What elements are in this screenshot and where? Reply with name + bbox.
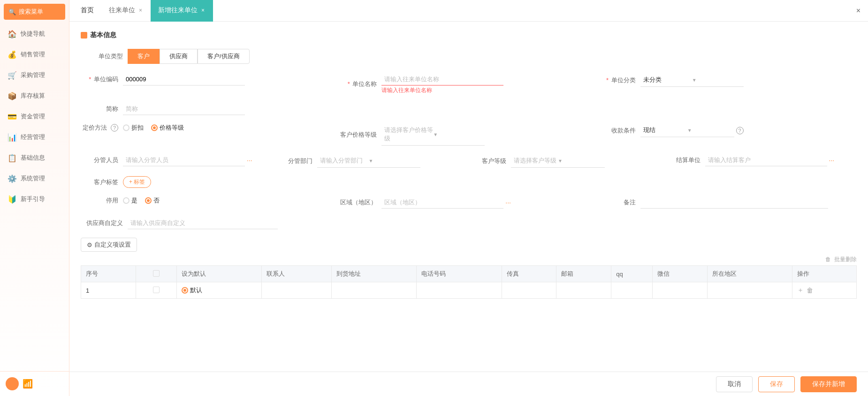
field-unit-code: * 单位编码 xyxy=(81,73,339,85)
pricing-radio-discount[interactable]: 折扣 xyxy=(123,124,144,132)
tab-home[interactable]: 首页 xyxy=(73,0,101,22)
sidebar-item-label: 库存核算 xyxy=(21,92,45,100)
settlement-label: 结算单位 xyxy=(663,156,705,164)
manager-label: 分管人员 xyxy=(81,156,123,164)
tag-label: 客户标签 xyxy=(81,178,123,186)
td-checkbox xyxy=(136,282,176,299)
sidebar-item-operations[interactable]: 📊 经营管理 xyxy=(0,127,69,148)
row-supplier-custom: 供应商自定义 xyxy=(81,217,857,229)
region-more-btn[interactable]: ··· xyxy=(503,199,513,206)
pricing-help-icon[interactable]: ? xyxy=(111,124,118,132)
disable-radio-no[interactable]: 否 xyxy=(145,196,160,205)
sidebar-item-label: 基础信息 xyxy=(21,154,45,162)
th-wechat: 微信 xyxy=(653,266,708,282)
sidebar-item-guide[interactable]: 🔰 新手引导 xyxy=(0,189,69,210)
cancel-button[interactable]: 取消 xyxy=(716,376,753,392)
payment-label: 收款条件 xyxy=(598,126,640,135)
finance-icon: 💳 xyxy=(8,112,17,121)
customer-price-select[interactable]: 请选择客户价格等级 ▼ xyxy=(381,124,485,146)
sidebar-item-finance[interactable]: 💳 资金管理 xyxy=(0,106,69,127)
sidebar-item-quick-nav[interactable]: 🏠 快捷导航 xyxy=(0,23,69,44)
tab-new-partner[interactable]: 新增往来单位 × xyxy=(151,0,213,22)
sidebar-item-label: 经营管理 xyxy=(21,133,45,141)
td-wechat xyxy=(653,282,708,299)
td-phone xyxy=(417,282,502,299)
short-name-input[interactable] xyxy=(123,103,245,115)
pricing-radio-level[interactable]: 价格等级 xyxy=(151,124,184,132)
settlement-more-btn[interactable]: ··· xyxy=(827,156,837,164)
custom-settings-label: 自定义项设置 xyxy=(94,241,131,249)
home-icon: 🏠 xyxy=(8,29,17,39)
batch-delete-label: 批量删除 xyxy=(834,256,857,263)
td-qq xyxy=(611,282,653,299)
th-qq: qq xyxy=(611,266,653,282)
chevron-down-icon2: ▼ xyxy=(433,132,482,137)
unit-type-customer[interactable]: 客户 xyxy=(128,49,160,64)
radio-circle-discount xyxy=(123,124,129,131)
department-select[interactable]: 请输入分管部门 ▼ xyxy=(317,154,420,168)
field-payment: 收款条件 现结 ▼ ? xyxy=(598,124,857,137)
tab-partners[interactable]: 往来单位 × xyxy=(101,0,151,22)
department-label: 分管部门 xyxy=(275,157,317,165)
td-fax xyxy=(502,282,556,299)
td-address xyxy=(332,282,417,299)
unit-type-both[interactable]: 客户/供应商 xyxy=(198,49,250,64)
manager-input[interactable] xyxy=(123,154,245,166)
tab-partners-close[interactable]: × xyxy=(138,7,143,14)
sidebar-item-purchase[interactable]: 🛒 采购管理 xyxy=(0,65,69,85)
sidebar-item-system[interactable]: ⚙️ 系统管理 xyxy=(0,168,69,189)
action-btns: ＋ 🗑 xyxy=(797,286,852,295)
th-contact: 联系人 xyxy=(262,266,332,282)
td-no: 1 xyxy=(81,282,136,299)
supplier-custom-input[interactable] xyxy=(128,217,278,229)
custom-settings-btn[interactable]: ⚙ 自定义项设置 xyxy=(81,238,137,252)
region-input[interactable] xyxy=(381,196,503,209)
payment-help-icon[interactable]: ? xyxy=(736,127,744,134)
unit-name-wrapper: 请输入往来单位名称 xyxy=(381,73,503,94)
tabs-close-all[interactable]: × xyxy=(853,7,864,15)
settlement-input[interactable] xyxy=(705,154,827,166)
tab-new-partner-close[interactable]: × xyxy=(200,7,206,14)
delete-row-btn[interactable]: 🗑 xyxy=(807,287,813,294)
payment-select[interactable]: 现结 ▼ xyxy=(640,124,734,137)
sidebar-item-label: 快捷导航 xyxy=(21,30,45,38)
pricing-radio-group: 折扣 价格等级 xyxy=(123,124,184,132)
sidebar-item-sales[interactable]: 💰 销售管理 xyxy=(0,44,69,65)
row-pricing: 定价方法 ? 折扣 价格等级 客户价格等级 xyxy=(81,124,857,146)
unit-type-row: 单位类型 客户 供应商 客户/供应商 xyxy=(81,49,857,64)
tag-add-btn[interactable]: + 标签 xyxy=(123,176,151,188)
form-area: 基本信息 单位类型 客户 供应商 客户/供应商 * 单位编码 * xyxy=(69,22,868,372)
td-default-radio[interactable]: 默认 xyxy=(182,286,257,295)
th-phone: 电话号码 xyxy=(417,266,502,282)
required-mark2: * xyxy=(348,80,350,87)
settings-icon: ⚙ xyxy=(87,241,92,248)
unit-name-error: 请输入往来单位名称 xyxy=(381,86,503,94)
customer-level-select[interactable]: 请选择客户等级 ▼ xyxy=(511,154,605,168)
unit-name-input[interactable] xyxy=(381,73,503,85)
sidebar-search[interactable]: 🔍 搜索菜单 xyxy=(4,4,65,20)
manager-more-btn[interactable]: ··· xyxy=(245,156,254,164)
unit-category-select[interactable]: 未分类 ▼ xyxy=(640,73,744,87)
basic-info-icon: 📋 xyxy=(8,153,17,163)
table-select-all[interactable] xyxy=(153,270,160,277)
row-checkbox[interactable] xyxy=(153,287,160,293)
unit-type-supplier[interactable]: 供应商 xyxy=(160,49,198,64)
sidebar-item-basic-info[interactable]: 📋 基础信息 xyxy=(0,148,69,168)
sidebar-search-label: 搜索菜单 xyxy=(19,8,43,16)
sidebar-bottom: 📶 xyxy=(0,371,69,396)
td-action: ＋ 🗑 xyxy=(792,282,857,299)
disable-radio-yes[interactable]: 是 xyxy=(123,196,137,205)
save-new-button[interactable]: 保存并新增 xyxy=(800,376,857,392)
radio-circle-level xyxy=(151,124,158,131)
row-tags: 客户标签 + 标签 xyxy=(81,176,857,188)
save-button[interactable]: 保存 xyxy=(758,376,795,392)
disable-label: 停用 xyxy=(81,196,123,205)
sidebar-item-inventory[interactable]: 📦 库存核算 xyxy=(0,85,69,106)
row-unit-basic: * 单位编码 * 单位名称 请输入往来单位名称 * xyxy=(81,73,857,94)
remark-input[interactable] xyxy=(640,196,828,209)
sidebar: 🔍 搜索菜单 🏠 快捷导航 💰 销售管理 🛒 采购管理 📦 库存核算 💳 资金管… xyxy=(0,0,69,396)
unit-code-input[interactable] xyxy=(123,73,245,85)
guide-icon: 🔰 xyxy=(8,194,17,204)
user-avatar xyxy=(6,377,19,390)
add-row-btn[interactable]: ＋ xyxy=(797,286,804,295)
